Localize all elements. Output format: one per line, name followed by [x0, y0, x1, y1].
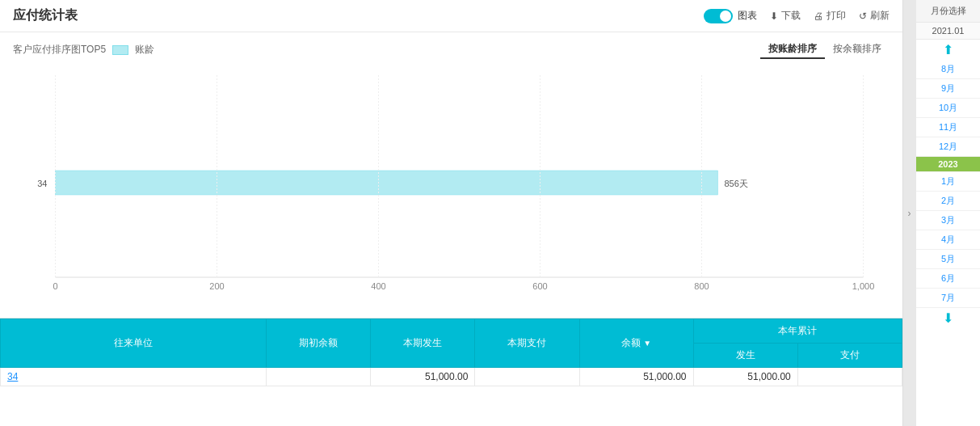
col-opening-balance: 期初余额 [266, 319, 370, 368]
right-sidebar: 月份选择 2021.01 ⬆ 8月 9月 10月 11月 12月 2023 1月… [915, 0, 980, 426]
sidebar-scroll-down[interactable]: ⬇ [916, 308, 980, 328]
cell-year-pay [797, 368, 902, 386]
legend-title: 客户应付排序图TOP5 [13, 43, 106, 57]
cell-opening-balance [266, 368, 370, 386]
svg-text:600: 600 [532, 281, 547, 291]
sidebar-month-5[interactable]: 5月 [916, 250, 980, 269]
svg-text:34: 34 [37, 179, 47, 188]
svg-rect-1 [56, 171, 718, 195]
print-button[interactable]: 🖨 打印 [814, 9, 846, 23]
col-balance: 余额 ▼ [579, 319, 693, 368]
bar-chart: 34 856天 0 200 400 600 800 1,000 [13, 67, 890, 293]
chevron-up-icon: ⬆ [943, 43, 953, 57]
chart-legend: 客户应付排序图TOP5 账龄 [13, 43, 154, 57]
svg-text:0: 0 [53, 281, 57, 291]
chevron-down-icon: ⬇ [943, 311, 953, 325]
table-row: 34 51,000.00 51,000.00 51,000.00 [1, 368, 902, 386]
refresh-button[interactable]: ↺ 刷新 [859, 9, 890, 23]
cell-balance: 51,000.00 [579, 368, 693, 386]
balance-sort-icon: ▼ [643, 339, 651, 348]
app-header: 应付统计表 图表 ⬇ 下载 🖨 打印 ↺ 刷新 [0, 0, 902, 32]
table-area: 往来单位 期初余额 本期发生 本期支付 余额 ▼ 本年累计 发生 [0, 318, 902, 386]
chart-header: 客户应付排序图TOP5 账龄 按账龄排序 按余额排序 [0, 32, 902, 59]
download-button[interactable]: ⬇ 下载 [770, 9, 801, 23]
sort-tab-age[interactable]: 按账龄排序 [760, 40, 825, 59]
cell-current-pay [475, 368, 579, 386]
col-year-occur: 发生 [693, 344, 797, 368]
chart-toggle-label: 图表 [738, 9, 757, 23]
col-current-pay: 本期支付 [475, 319, 579, 368]
header-actions: 图表 ⬇ 下载 🖨 打印 ↺ 刷新 [704, 9, 890, 23]
sidebar-month-3[interactable]: 3月 [916, 211, 980, 230]
sidebar-month-7[interactable]: 7月 [916, 289, 980, 308]
col-current-occur: 本期发生 [371, 319, 475, 368]
col-year-pay: 支付 [797, 344, 902, 368]
chart-svg-container: 34 856天 0 200 400 600 800 1,000 [0, 59, 902, 318]
print-icon: 🖨 [814, 11, 823, 22]
collapse-icon: › [908, 208, 911, 219]
page-title: 应付统计表 [13, 7, 78, 24]
svg-text:856天: 856天 [725, 179, 748, 188]
col-year-total: 本年累计 [693, 319, 902, 344]
svg-text:800: 800 [694, 281, 709, 291]
sidebar-month-4[interactable]: 4月 [916, 230, 980, 250]
collapse-button[interactable]: › [902, 0, 915, 426]
legend-box [112, 45, 128, 55]
sidebar-scroll-up[interactable]: ⬆ [916, 40, 980, 60]
svg-text:1,000: 1,000 [852, 281, 875, 291]
cell-current-occur: 51,000.00 [371, 368, 475, 386]
svg-text:400: 400 [371, 281, 385, 291]
chart-toggle-wrap[interactable]: 图表 [704, 9, 757, 23]
sidebar-current-period[interactable]: 2021.01 [916, 23, 980, 40]
sidebar-month-6[interactable]: 6月 [916, 269, 980, 289]
cell-year-occur: 51,000.00 [693, 368, 797, 386]
legend-label: 账龄 [135, 43, 154, 57]
unit-link[interactable]: 34 [7, 371, 18, 382]
sort-tabs: 按账龄排序 按余额排序 [760, 40, 890, 59]
chart-toggle[interactable] [704, 9, 733, 23]
download-icon: ⬇ [770, 11, 778, 22]
sidebar-month-2[interactable]: 2月 [916, 192, 980, 211]
chart-area: 客户应付排序图TOP5 账龄 按账龄排序 按余额排序 34 856天 [0, 32, 902, 426]
sidebar-month-header: 月份选择 [916, 0, 980, 23]
col-from-unit: 往来单位 [1, 319, 267, 368]
sidebar-month-11[interactable]: 11月 [916, 118, 980, 137]
sidebar-month-10[interactable]: 10月 [916, 99, 980, 118]
cell-unit: 34 [1, 368, 267, 386]
sidebar-year-2023[interactable]: 2023 [916, 157, 980, 172]
sidebar-month-1[interactable]: 1月 [916, 172, 980, 192]
sidebar-month-9[interactable]: 9月 [916, 79, 980, 99]
sidebar-month-12[interactable]: 12月 [916, 137, 980, 157]
data-table: 往来单位 期初余额 本期发生 本期支付 余额 ▼ 本年累计 发生 [0, 318, 902, 386]
refresh-icon: ↺ [859, 11, 867, 22]
svg-text:200: 200 [209, 281, 224, 291]
sidebar-month-8[interactable]: 8月 [916, 60, 980, 79]
sort-tab-balance[interactable]: 按余额排序 [825, 40, 890, 59]
